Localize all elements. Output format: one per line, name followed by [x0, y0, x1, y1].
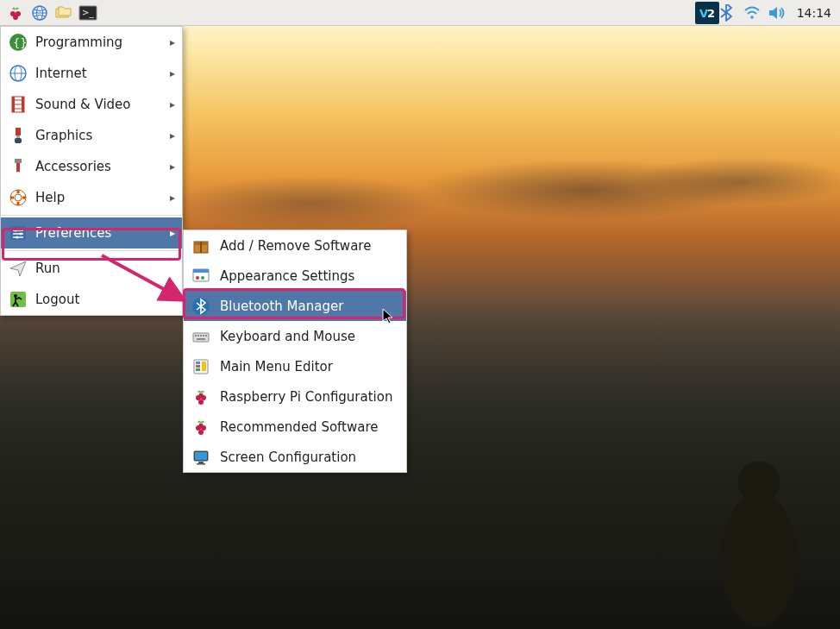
svg-rect-48	[195, 335, 197, 337]
svg-text:{}: {}	[13, 36, 28, 49]
menu-item-accessories[interactable]: Accessories ▸	[1, 151, 182, 182]
submenu-item-appearance[interactable]: Appearance Settings	[184, 261, 406, 291]
raspberry-icon	[7, 4, 24, 22]
svg-point-61	[198, 399, 204, 405]
submenu-item-rpi-config[interactable]: Raspberry Pi Configuration	[184, 381, 406, 412]
menu-item-label: Sound & Video	[35, 97, 170, 112]
tray-vnc[interactable]: V 2	[695, 2, 719, 24]
sliders-icon	[8, 223, 28, 243]
svg-rect-51	[203, 335, 204, 337]
terminal-icon: >_	[78, 5, 97, 21]
svg-rect-49	[197, 335, 199, 337]
submenu-item-label: Appearance Settings	[220, 268, 354, 284]
svg-rect-69	[198, 462, 204, 463]
mouse-cursor	[382, 308, 394, 325]
monitor-icon	[191, 447, 211, 468]
submenu-item-keyboard-mouse[interactable]: Keyboard and Mouse	[184, 321, 406, 351]
launcher-files[interactable]	[52, 2, 76, 24]
tray-bluetooth[interactable]	[719, 4, 743, 22]
svg-point-10	[750, 16, 754, 19]
svg-rect-52	[205, 335, 207, 337]
svg-point-62	[199, 393, 204, 397]
exit-icon	[8, 289, 28, 310]
svg-point-66	[199, 423, 204, 427]
menu-item-preferences[interactable]: Preferences ▸	[1, 217, 182, 248]
svg-rect-23	[16, 135, 20, 138]
raspberry-icon	[191, 387, 211, 407]
annotation-arrow	[95, 245, 198, 314]
raspberry-icon	[191, 417, 211, 437]
svg-point-38	[14, 294, 17, 298]
svg-rect-55	[196, 362, 200, 364]
taskbar: >_ V 2	[0, 0, 840, 26]
submenu-item-add-remove-software[interactable]: Add / Remove Software	[184, 230, 406, 261]
submenu-item-label: Bluetooth Manager	[220, 299, 343, 314]
menu-item-label: Graphics	[35, 128, 170, 143]
svg-point-27	[17, 172, 19, 173]
svg-rect-22	[16, 128, 21, 135]
svg-point-2	[13, 15, 18, 20]
submenu-item-label: Main Menu Editor	[220, 359, 333, 374]
tools-icon	[8, 156, 28, 177]
submenu-item-label: Recommended Software	[220, 419, 379, 435]
menu-editor-icon	[191, 356, 211, 377]
film-icon	[8, 94, 28, 115]
globe-icon	[31, 4, 48, 22]
submenu-item-label: Screen Configuration	[220, 450, 356, 465]
chevron-right-icon: ▸	[170, 227, 175, 239]
svg-rect-56	[196, 365, 200, 368]
menu-separator	[1, 215, 182, 216]
bluetooth-icon	[719, 4, 733, 22]
menu-item-label: Programming	[35, 35, 170, 50]
submenu-item-main-menu-editor[interactable]: Main Menu Editor	[184, 351, 406, 381]
chevron-right-icon: ▸	[170, 36, 175, 48]
volume-icon	[768, 5, 787, 21]
submenu-item-label: Keyboard and Mouse	[220, 329, 355, 344]
menu-item-internet[interactable]: Internet ▸	[1, 58, 182, 89]
lifebuoy-icon	[8, 187, 28, 208]
menu-item-graphics[interactable]: Graphics ▸	[1, 120, 182, 151]
menu-item-programming[interactable]: {} Programming ▸	[1, 27, 182, 58]
chevron-right-icon: ▸	[170, 192, 175, 204]
brush-icon	[8, 125, 28, 146]
submenu-item-bluetooth-manager[interactable]: Bluetooth Manager	[184, 291, 406, 321]
wallpaper-silhouette	[0, 301, 840, 629]
svg-rect-47	[193, 333, 209, 342]
submenu-item-recommended-software[interactable]: Recommended Software	[184, 412, 406, 442]
menu-item-help[interactable]: Help ▸	[1, 182, 182, 213]
svg-rect-57	[196, 368, 200, 371]
svg-point-29	[15, 194, 22, 201]
chevron-right-icon: ▸	[170, 98, 175, 110]
globe-icon	[8, 63, 28, 84]
svg-rect-50	[200, 335, 202, 337]
launcher-terminal[interactable]: >_	[76, 2, 100, 24]
svg-text:>_: >_	[82, 8, 94, 18]
submenu-item-label: Add / Remove Software	[220, 238, 371, 254]
chevron-right-icon: ▸	[170, 67, 175, 79]
code-braces-icon: {}	[8, 32, 28, 53]
tray-volume[interactable]	[768, 5, 792, 21]
svg-rect-58	[202, 362, 206, 371]
svg-rect-53	[197, 338, 205, 340]
svg-point-34	[15, 230, 17, 232]
chevron-right-icon: ▸	[170, 160, 175, 173]
svg-point-35	[20, 233, 22, 236]
svg-rect-68	[195, 452, 207, 460]
desktop[interactable]: >_ V 2	[0, 0, 840, 629]
menu-item-sound-video[interactable]: Sound & Video ▸	[1, 89, 182, 120]
wifi-icon	[743, 5, 761, 21]
svg-rect-41	[200, 242, 202, 253]
submenu-item-screen-config[interactable]: Screen Configuration	[184, 442, 406, 472]
tray-wifi[interactable]	[743, 5, 768, 21]
keyboard-icon	[191, 326, 211, 347]
svg-line-71	[102, 255, 181, 299]
svg-text:2: 2	[707, 7, 715, 20]
vnc-icon: V 2	[698, 4, 717, 22]
menu-item-label: Accessories	[35, 159, 170, 174]
menu-item-label: Internet	[35, 66, 170, 81]
svg-point-65	[198, 430, 204, 435]
menu-button[interactable]	[3, 2, 28, 24]
launcher-browser[interactable]	[28, 2, 52, 24]
clock[interactable]: 14:14	[792, 6, 837, 20]
svg-rect-70	[197, 463, 205, 465]
